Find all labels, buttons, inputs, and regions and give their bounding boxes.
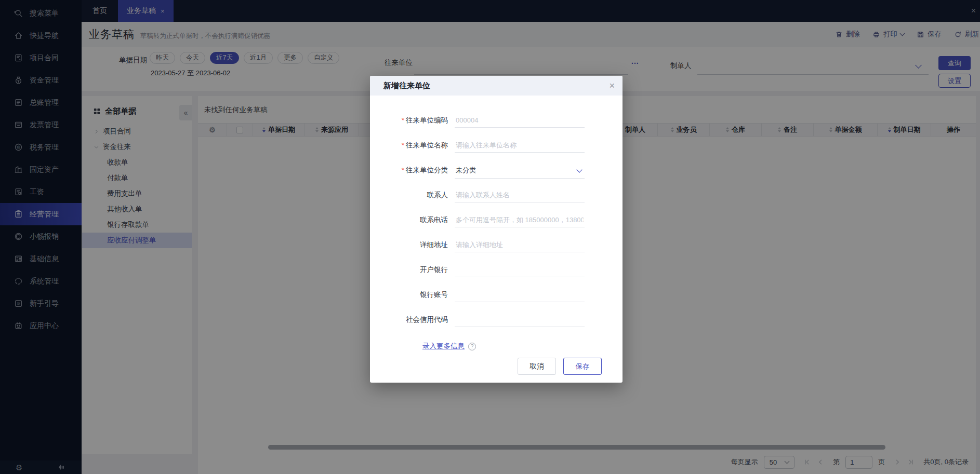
partner-category-select[interactable]: 未分类	[455, 162, 585, 179]
field-contact-person: 联系人	[370, 183, 623, 208]
bank-account-input[interactable]	[455, 288, 585, 302]
modal-header: 新增往来单位 ×	[370, 76, 623, 96]
cancel-button[interactable]: 取消	[518, 358, 556, 375]
bank-name-input[interactable]	[455, 263, 585, 277]
field-partner-code: *往来单位编码	[370, 108, 623, 133]
field-partner-category: *往来单位分类 未分类	[370, 158, 623, 183]
field-label: 银行账号	[420, 291, 448, 299]
field-label: 往来单位名称	[406, 141, 448, 149]
add-partner-modal: 新增往来单位 × *往来单位编码 *往来单位名称 *往来单位分类 未分类 联系人…	[370, 76, 623, 383]
modal-title: 新增往来单位	[383, 81, 430, 91]
selected-category-value: 未分类	[456, 166, 476, 175]
field-partner-name: *往来单位名称	[370, 133, 623, 158]
field-contact-phone: 联系电话	[370, 208, 623, 233]
chevron-down-icon	[576, 167, 582, 172]
modal-save-button[interactable]: 保存	[563, 358, 602, 375]
field-credit-code: 社会信用代码	[370, 307, 623, 332]
more-info-link[interactable]: 录入更多信息	[422, 342, 465, 351]
help-icon[interactable]: ?	[468, 343, 476, 350]
modal-body: *往来单位编码 *往来单位名称 *往来单位分类 未分类 联系人 联系电话 详细地…	[370, 96, 623, 332]
field-label: 开户银行	[420, 266, 448, 274]
partner-code-input[interactable]	[455, 113, 585, 128]
required-mark: *	[402, 141, 404, 149]
field-label: 联系人	[427, 191, 448, 199]
field-label: 详细地址	[420, 241, 448, 249]
modal-buttons: 取消 保存	[518, 358, 602, 375]
partner-name-input[interactable]	[455, 138, 585, 153]
required-mark: *	[402, 166, 404, 174]
required-mark: *	[402, 116, 404, 124]
more-info-row: 录入更多信息 ?	[422, 342, 476, 351]
field-label: 往来单位分类	[406, 166, 448, 174]
credit-code-input[interactable]	[455, 313, 585, 327]
field-address: 详细地址	[370, 233, 623, 258]
contact-phone-input[interactable]	[455, 213, 585, 227]
field-label: 联系电话	[420, 216, 448, 224]
field-label: 往来单位编码	[406, 116, 448, 124]
field-bank-name: 开户银行	[370, 258, 623, 282]
contact-person-input[interactable]	[455, 188, 585, 202]
field-label: 社会信用代码	[406, 316, 448, 323]
modal-close-icon[interactable]: ×	[609, 81, 615, 90]
field-bank-account: 银行账号	[370, 282, 623, 307]
address-input[interactable]	[455, 238, 585, 252]
